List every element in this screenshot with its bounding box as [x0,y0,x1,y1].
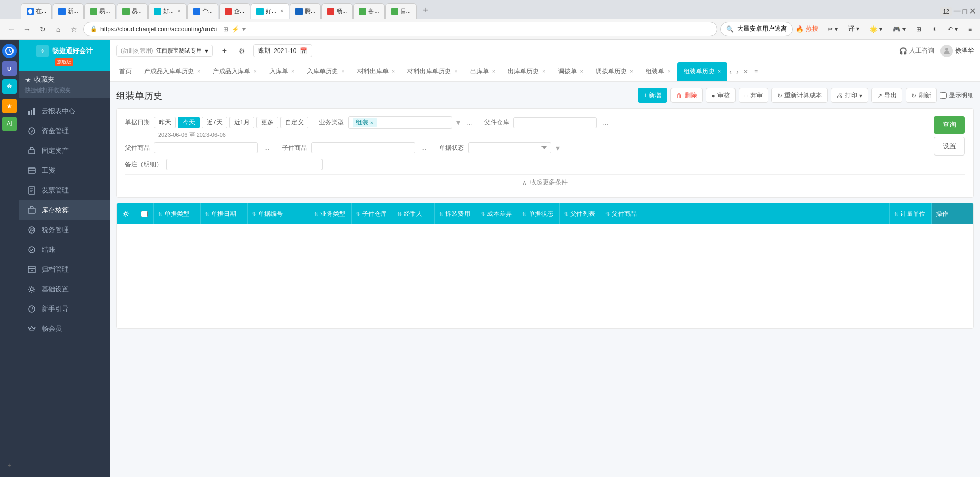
customer-service-btn[interactable]: 🎧 人工咨询 [899,46,934,55]
sidebar-item-inventory[interactable]: 库存核算 [19,200,110,220]
menu-tool-btn[interactable]: ≡ [965,23,975,35]
add-app-button[interactable]: + [2,458,17,473]
remark-input[interactable] [166,159,323,170]
tab-scroll-left[interactable]: ‹ [727,68,734,76]
sidebar-item-archive-mgmt[interactable]: 归档管理 [19,260,110,279]
app-icon-5[interactable]: Ai [2,117,17,131]
page-tab-in-order[interactable]: 入库单 × [263,62,301,81]
browser-tab-1[interactable]: 在... [21,3,52,19]
filter-settings-button[interactable]: 设置 [934,137,965,156]
date-today-btn[interactable]: 今天 [178,117,200,128]
translate-tool-btn[interactable]: 译 ▾ [845,23,862,35]
sun-tool-btn[interactable]: ☀ [929,23,940,35]
th-parent-list[interactable]: ⇅ 父件列表 [560,203,601,224]
close-page-tab-in-order[interactable]: × [291,68,294,74]
browser-tab-7[interactable]: 企... [219,3,250,19]
period-selector[interactable]: 账期 2021-10 📅 [253,44,312,57]
close-window-button[interactable]: ✕ [969,6,976,16]
close-all-tabs-button[interactable]: ✕ [741,67,751,77]
close-page-tab-assembly-history[interactable]: × [630,68,633,74]
export-button[interactable]: ↗ 导出 [871,88,902,103]
show-detail-checkbox[interactable]: 显示明细 [940,91,974,100]
page-tab-in-history[interactable]: 入库单历史 × [301,62,351,81]
undo-tool-btn[interactable]: ↶ ▾ [945,23,961,35]
select-all-checkbox[interactable] [141,211,148,217]
date-custom-btn[interactable]: 自定义 [280,117,308,128]
order-status-dropdown[interactable] [468,142,551,153]
biz-type-input[interactable]: 组装 × [348,116,452,129]
biz-type-more-btn[interactable]: ... [465,119,474,126]
delete-button[interactable]: 🗑 删除 [670,88,703,103]
page-tab-material-out-history[interactable]: 材料出库单历史 × [401,62,463,81]
print-button[interactable]: 🖨 打印 ▾ [831,88,868,103]
remove-biz-type-tag[interactable]: × [370,120,373,126]
add-company-button[interactable]: + [218,45,230,57]
emoji-tool-btn[interactable]: 🌟 ▾ [867,23,885,35]
bookmark-button[interactable]: ☆ [68,23,80,35]
th-settings[interactable] [117,203,135,224]
browser-tab-6[interactable]: 个... [187,3,218,19]
sidebar-item-invoice-mgmt[interactable]: 发票管理 [19,181,110,200]
th-order-status[interactable]: ⇅ 单据状态 [518,203,560,224]
lightning-icon[interactable]: ⚡ [231,25,239,33]
hot-search[interactable]: 🔥 热搜 [796,24,818,33]
sidebar-item-checkout[interactable]: 结账 [19,240,110,260]
close-page-tab-in-history[interactable]: × [341,68,344,74]
parent-product-input[interactable] [154,142,258,153]
th-order-no[interactable]: ⇅ 单据编号 [248,203,310,224]
close-tab-5[interactable]: × [178,8,181,14]
th-biz-type[interactable]: ⇅ 业务类型 [310,203,352,224]
back-button[interactable]: ← [5,23,18,35]
th-disassembly-cost[interactable]: ⇅ 拆装费用 [435,203,476,224]
user-info[interactable]: 徐泽华 [940,45,974,57]
page-tab-material-out[interactable]: 材料出库单 × [351,62,401,81]
th-unit[interactable]: ⇅ 计量单位 [890,203,932,224]
page-tab-prod-in[interactable]: 产成品入库单 × [207,62,263,81]
refresh-page-button[interactable]: ↻ 刷新 [906,88,937,103]
refresh-browser-button[interactable]: ↻ [36,23,49,35]
scissors-tool-btn[interactable]: ✂ ▾ [824,23,841,35]
close-page-tab-assembly[interactable]: × [580,68,583,74]
th-child-warehouse[interactable]: ⇅ 子件仓库 [352,203,393,224]
th-order-date[interactable]: ⇅ 单据日期 [201,203,248,224]
th-order-type[interactable]: ⇅ 单据类型 [154,203,201,224]
app-icon-2[interactable]: U [2,61,17,76]
date-7days-btn[interactable]: 近7天 [202,117,227,128]
browser-tab-3[interactable]: 易... [84,3,115,19]
browser-search-box[interactable]: 🔍 大量安卓用户逃离 [720,22,793,36]
recalc-cost-button[interactable]: ↻ 重新计算成本 [771,88,828,103]
date-yesterday-btn[interactable]: 昨天 [154,117,176,128]
home-browser-button[interactable]: ⌂ [52,23,65,35]
page-tab-assembly-history[interactable]: 调拨单历史 × [589,62,639,81]
tab-more-options-button[interactable]: ≡ [751,67,762,77]
game-tool-btn[interactable]: 🎮 ▾ [889,23,908,35]
minimize-button[interactable]: ─ [954,6,961,17]
th-checkbox[interactable] [135,203,154,224]
address-bar[interactable]: 🔒 https://cloud.chanjet.com/accounting/u… [83,22,717,36]
page-tab-group-history[interactable]: 组装单历史 × [677,62,727,81]
new-tab-button[interactable]: + [419,4,432,17]
tab-scroll-right[interactable]: › [734,68,741,76]
browser-tab-4[interactable]: 易... [117,3,148,19]
maximize-button[interactable]: □ [963,7,967,16]
sidebar-item-new-guide[interactable]: ? 新手引导 [19,299,110,319]
date-more-btn[interactable]: 更多 [256,117,278,128]
app-icon-1[interactable] [2,44,17,58]
close-page-tab-group-history[interactable]: × [718,68,721,74]
close-page-tab-prod-in-history[interactable]: × [197,68,200,74]
sidebar-item-vip[interactable]: 畅会员 [19,319,110,339]
th-handler[interactable]: ⇅ 经手人 [393,203,435,224]
browser-tab-9[interactable]: 腾... [290,3,321,19]
sidebar-item-basic-settings[interactable]: 基础设置 [19,279,110,299]
grid-tool-btn[interactable]: ⊞ [913,23,924,35]
sidebar-item-tax-mgmt[interactable]: 税 税务管理 [19,220,110,240]
close-page-tab-prod-in[interactable]: × [253,68,256,74]
audit-button[interactable]: ● 审核 [706,88,736,103]
child-product-more-btn[interactable]: ... [419,144,429,151]
close-page-tab-out-history[interactable]: × [542,68,545,74]
close-page-tab-group-order[interactable]: × [667,68,670,74]
parent-product-more-btn[interactable]: ... [262,144,272,151]
company-selector[interactable]: (勿删勿禁用) 江西服宝测试专用 ▾ [116,45,213,57]
close-page-tab-out-order[interactable]: × [492,68,495,74]
show-detail-input[interactable] [940,92,947,99]
